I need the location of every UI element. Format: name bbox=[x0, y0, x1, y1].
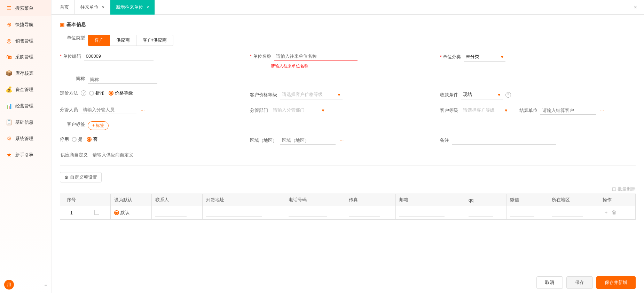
td-action: ＋ 🗑 bbox=[599, 206, 635, 220]
sidebar-item-basic-info[interactable]: 📋 基础信息 bbox=[0, 114, 51, 130]
sidebar-item-label: 销售管理 bbox=[15, 38, 33, 44]
address-input[interactable] bbox=[206, 209, 262, 217]
save-new-button[interactable]: 保存并新增 bbox=[596, 276, 636, 289]
td-phone[interactable] bbox=[285, 206, 345, 220]
avatar: 用 bbox=[4, 280, 14, 290]
payment-terms-select[interactable]: 现结 ▼ bbox=[461, 90, 503, 99]
pricing-radio-discount[interactable]: 折扣 bbox=[89, 90, 104, 96]
supplier-custom-input[interactable] bbox=[91, 151, 160, 159]
remark-group: 备注 bbox=[440, 136, 636, 145]
qq-input[interactable] bbox=[469, 209, 493, 217]
delete-row-btn[interactable]: 🗑 bbox=[611, 210, 618, 215]
type-btn-supplier[interactable]: 供应商 bbox=[110, 35, 136, 46]
payment-help-icon[interactable]: ? bbox=[505, 92, 511, 98]
wechat-input[interactable] bbox=[510, 209, 534, 217]
region-field-input[interactable] bbox=[552, 209, 583, 217]
sidebar-item-inventory[interactable]: 📦 库存核算 bbox=[0, 65, 51, 81]
phone-input[interactable] bbox=[289, 209, 327, 217]
unit-category-select[interactable]: 未分类 ▼ bbox=[464, 52, 505, 62]
fax-input[interactable] bbox=[349, 209, 380, 217]
quick-nav-icon: ⊕ bbox=[6, 21, 13, 28]
tab-home[interactable]: 首页 bbox=[54, 0, 75, 15]
unit-name-error: 请输入往来单位名称 bbox=[271, 64, 308, 68]
disabled-yes[interactable]: 是 bbox=[72, 136, 83, 143]
search-icon: ☰ bbox=[6, 5, 13, 11]
close-all-tabs[interactable]: × bbox=[630, 4, 641, 10]
td-contact[interactable] bbox=[151, 206, 202, 220]
sidebar-item-label: 库存核算 bbox=[15, 70, 33, 76]
sidebar-item-label: 快捷导航 bbox=[15, 22, 33, 28]
unit-name-group: * 单位名称 请输入往来单位名称 bbox=[250, 52, 440, 69]
settlement-unit-input[interactable] bbox=[540, 106, 596, 115]
disabled-radio-group: 是 否 bbox=[72, 136, 97, 143]
customer-price-level-label: 客户价格等级 bbox=[250, 92, 277, 98]
region-group: 区域（地区） ··· bbox=[250, 136, 440, 145]
footer: 取消 保存 保存并新增 bbox=[52, 272, 644, 293]
region-more-btn[interactable]: ··· bbox=[338, 138, 345, 143]
td-wechat[interactable] bbox=[506, 206, 548, 220]
type-btn-both[interactable]: 客户/供应商 bbox=[136, 35, 173, 46]
level-radio-circle bbox=[109, 91, 113, 96]
contact-input[interactable] bbox=[155, 209, 187, 217]
short-name-input[interactable] bbox=[88, 75, 157, 84]
unit-code-input[interactable] bbox=[84, 52, 154, 60]
customer-level-select[interactable]: 请选择客户等级 ▼ bbox=[461, 106, 510, 115]
finance-icon: 💰 bbox=[6, 86, 13, 93]
sidebar-item-finance[interactable]: 💰 资金管理 bbox=[0, 81, 51, 98]
sidebar-item-label: 采购管理 bbox=[15, 54, 33, 60]
sidebar-search[interactable]: ☰ 搜索菜单 bbox=[0, 0, 51, 16]
manager-group: 分管人员 ··· bbox=[60, 106, 250, 114]
td-address[interactable] bbox=[202, 206, 285, 220]
default-circle bbox=[114, 210, 119, 215]
tab-counterparty[interactable]: 往来单位 × bbox=[75, 0, 110, 15]
pricing-help-icon[interactable]: ? bbox=[81, 90, 86, 96]
manager-input[interactable] bbox=[81, 106, 136, 114]
tab-new-counterparty[interactable]: 新增往来单位 × bbox=[110, 0, 155, 15]
sidebar-item-label: 经营管理 bbox=[15, 103, 33, 109]
manager-more-btn[interactable]: ··· bbox=[139, 107, 146, 113]
settlement-unit-label: 结算单位 bbox=[519, 107, 537, 114]
customer-level-label: 客户等级 bbox=[440, 107, 458, 114]
remark-input[interactable] bbox=[452, 136, 556, 145]
sidebar-item-quick-nav[interactable]: ⊕ 快捷导航 bbox=[0, 16, 51, 33]
add-row-btn[interactable]: ＋ bbox=[603, 210, 610, 216]
pricing-radio-level[interactable]: 价格等级 bbox=[109, 90, 133, 96]
td-email[interactable] bbox=[396, 206, 465, 220]
disabled-no-dot bbox=[88, 138, 91, 141]
save-button[interactable]: 保存 bbox=[566, 276, 593, 289]
sidebar-item-system[interactable]: ⚙ 系统管理 bbox=[0, 130, 51, 147]
td-default[interactable]: 默认 bbox=[110, 206, 151, 220]
default-radio[interactable]: 默认 bbox=[114, 210, 148, 216]
unit-name-input[interactable] bbox=[274, 52, 358, 60]
disabled-group: 停用 是 否 bbox=[60, 136, 250, 143]
table-body: 1 默认 bbox=[60, 206, 636, 220]
row-checkbox[interactable] bbox=[94, 210, 99, 215]
cancel-button[interactable]: 取消 bbox=[536, 276, 563, 289]
sidebar-item-label: 新手引导 bbox=[15, 152, 33, 158]
disabled-label: 停用 bbox=[60, 136, 69, 143]
email-input[interactable] bbox=[399, 209, 445, 217]
type-btn-customer[interactable]: 客户 bbox=[88, 35, 110, 46]
th-fax: 传真 bbox=[345, 194, 396, 206]
sidebar-item-sales[interactable]: ◎ 销售管理 bbox=[0, 33, 51, 49]
sidebar-item-operations[interactable]: 📊 经营管理 bbox=[0, 98, 51, 114]
custom-setting-btn[interactable]: ⚙ 自定义项设置 bbox=[60, 172, 102, 182]
add-tag-btn[interactable]: + 标签 bbox=[88, 121, 109, 130]
sidebar-item-guide[interactable]: ★ 新手引导 bbox=[0, 147, 51, 163]
settlement-more-btn[interactable]: ··· bbox=[599, 108, 606, 113]
sidebar-extra-icon: ≡ bbox=[44, 282, 47, 287]
close-new-counterparty-tab[interactable]: × bbox=[147, 5, 149, 10]
close-counterparty-tab[interactable]: × bbox=[102, 5, 104, 10]
td-fax[interactable] bbox=[345, 206, 396, 220]
td-qq[interactable] bbox=[465, 206, 506, 220]
td-checkbox[interactable] bbox=[83, 206, 110, 220]
td-region[interactable] bbox=[548, 206, 599, 220]
department-select[interactable]: 请输入分管部门 ▼ bbox=[271, 106, 327, 115]
disabled-region-row: 停用 是 否 区域（地区） ··· bbox=[60, 136, 636, 145]
customer-price-level-select[interactable]: 请选择客户价格等级 ▼ bbox=[280, 90, 343, 99]
region-input[interactable] bbox=[280, 136, 336, 145]
disabled-no[interactable]: 否 bbox=[87, 136, 97, 143]
sidebar-item-purchase[interactable]: 🛍 采购管理 bbox=[0, 49, 51, 65]
pricing-radio-group: 折扣 价格等级 bbox=[89, 90, 133, 96]
th-index: 序号 bbox=[60, 194, 83, 206]
